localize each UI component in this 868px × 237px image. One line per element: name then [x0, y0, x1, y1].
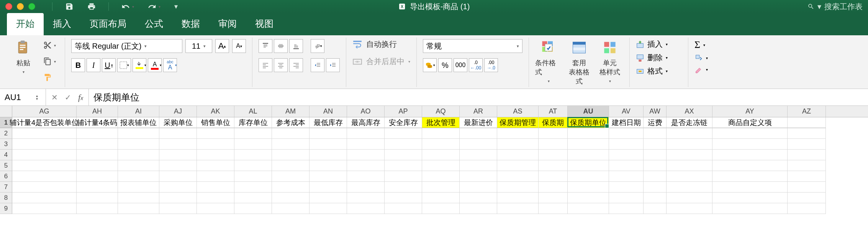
cell[interactable]: [197, 150, 234, 160]
column-header[interactable]: AW: [644, 106, 667, 117]
cell[interactable]: [77, 150, 118, 160]
cell[interactable]: [568, 203, 609, 214]
cell[interactable]: [568, 150, 609, 160]
minimize-window-button[interactable]: [17, 3, 24, 10]
cell[interactable]: [118, 182, 159, 193]
redo-icon[interactable]: ▾: [145, 0, 163, 13]
cell[interactable]: [272, 193, 310, 203]
cell[interactable]: [568, 182, 609, 193]
cell[interactable]: [568, 193, 609, 203]
copy-icon[interactable]: ▾: [41, 55, 59, 67]
cell[interactable]: [385, 171, 422, 182]
cell[interactable]: [568, 171, 609, 182]
cell[interactable]: [272, 128, 310, 139]
enter-formula-icon[interactable]: ✓: [65, 93, 71, 102]
row-header[interactable]: 3: [0, 139, 12, 150]
cell[interactable]: [460, 182, 497, 193]
insert-cells-button[interactable]: 插入▾: [636, 39, 682, 49]
cell[interactable]: [118, 203, 159, 214]
column-header[interactable]: AP: [385, 106, 422, 117]
cell[interactable]: [118, 193, 159, 203]
cell[interactable]: [272, 203, 310, 214]
fill-color-button[interactable]: ▾: [133, 58, 146, 72]
cell[interactable]: [118, 128, 159, 139]
cell[interactable]: [788, 171, 826, 182]
cell[interactable]: [347, 139, 385, 150]
cell[interactable]: [12, 139, 77, 150]
column-header[interactable]: AZ: [788, 106, 826, 117]
tab-公式[interactable]: 公式: [136, 13, 172, 35]
cell[interactable]: [497, 139, 539, 150]
cell[interactable]: [460, 128, 497, 139]
format-cells-button[interactable]: 格式▾: [636, 66, 682, 76]
cell[interactable]: [422, 139, 460, 150]
cell[interactable]: [788, 182, 826, 193]
cell[interactable]: [539, 150, 568, 160]
cell[interactable]: [310, 150, 347, 160]
cell[interactable]: 保质期: [539, 117, 568, 128]
cell[interactable]: 报表辅单位: [118, 117, 159, 128]
cell[interactable]: [667, 203, 712, 214]
increase-indent-icon[interactable]: [326, 58, 340, 72]
align-center-icon[interactable]: [274, 58, 288, 72]
cell[interactable]: [497, 203, 539, 214]
cell[interactable]: [159, 150, 197, 160]
cell[interactable]: [77, 182, 118, 193]
cell[interactable]: [644, 128, 667, 139]
column-header[interactable]: AO: [347, 106, 385, 117]
bold-button[interactable]: B: [71, 58, 85, 72]
cell[interactable]: [159, 160, 197, 171]
column-header[interactable]: AN: [310, 106, 347, 117]
cell[interactable]: [497, 150, 539, 160]
cell[interactable]: [712, 139, 788, 150]
cell[interactable]: [118, 160, 159, 171]
column-header[interactable]: AU: [568, 106, 609, 117]
cell[interactable]: [644, 139, 667, 150]
clear-button[interactable]: ▾: [694, 65, 717, 74]
cell[interactable]: [460, 171, 497, 182]
column-header[interactable]: AK: [197, 106, 234, 117]
cell[interactable]: [667, 150, 712, 160]
spreadsheet-grid[interactable]: AGAHAIAJAKALAMANAOAPAQARASATAUAVAWAXAYAZ…: [0, 106, 868, 214]
cancel-formula-icon[interactable]: ✕: [51, 93, 58, 102]
cell[interactable]: [197, 193, 234, 203]
column-header[interactable]: AV: [609, 106, 644, 117]
cell[interactable]: 批次管理: [422, 117, 460, 128]
cell[interactable]: [788, 139, 826, 150]
cell[interactable]: 采购单位: [159, 117, 197, 128]
cell[interactable]: [460, 150, 497, 160]
cell[interactable]: [788, 128, 826, 139]
format-as-table-button[interactable]: 套用 表格格式▾: [566, 39, 593, 92]
cell[interactable]: [234, 182, 272, 193]
undo-icon[interactable]: ▾: [119, 0, 137, 13]
currency-button[interactable]: ▾: [423, 58, 437, 72]
column-header[interactable]: AR: [460, 106, 497, 117]
comma-button[interactable]: 000: [454, 58, 467, 72]
tab-插入[interactable]: 插入: [44, 13, 80, 35]
cell[interactable]: 安全库存: [385, 117, 422, 128]
increase-font-icon[interactable]: A▴: [215, 39, 229, 53]
cell[interactable]: 参考成本: [272, 117, 310, 128]
cell[interactable]: [788, 150, 826, 160]
cell[interactable]: [347, 203, 385, 214]
cell[interactable]: 辅计量4是否包装单位: [12, 117, 77, 128]
tab-视图[interactable]: 视图: [246, 13, 283, 35]
zoom-window-button[interactable]: [28, 3, 35, 10]
cell[interactable]: [159, 128, 197, 139]
align-top-icon[interactable]: [259, 39, 272, 53]
cell[interactable]: [667, 139, 712, 150]
cell[interactable]: [272, 150, 310, 160]
print-icon[interactable]: [85, 0, 98, 13]
column-header[interactable]: AG: [12, 106, 77, 117]
cell[interactable]: [197, 171, 234, 182]
column-header[interactable]: AY: [712, 106, 788, 117]
cell[interactable]: [310, 203, 347, 214]
cell[interactable]: [234, 150, 272, 160]
row-header[interactable]: 6: [0, 171, 12, 182]
cell[interactable]: [609, 150, 644, 160]
cell[interactable]: 保质期管理: [497, 117, 539, 128]
decrease-decimal-button[interactable]: .00→.0: [484, 58, 498, 72]
cell[interactable]: 辅计量4条码: [77, 117, 118, 128]
cell[interactable]: [118, 150, 159, 160]
cell[interactable]: [667, 193, 712, 203]
